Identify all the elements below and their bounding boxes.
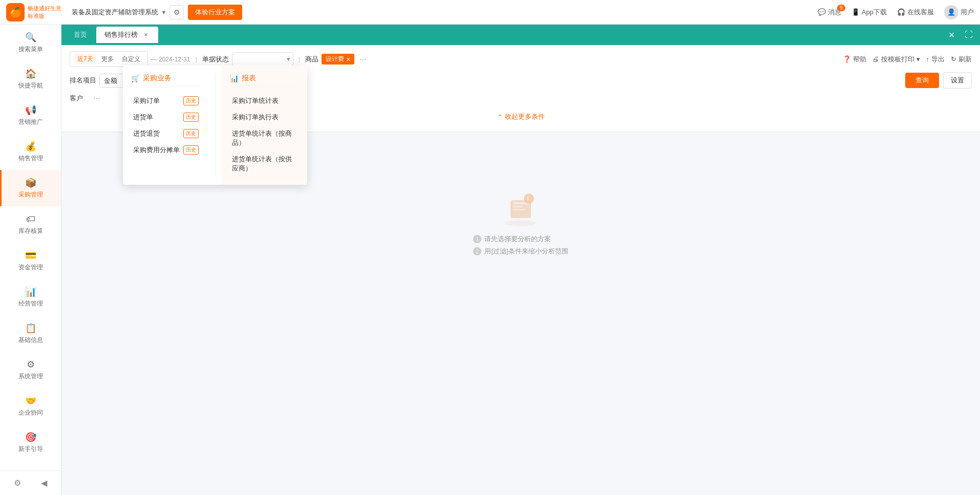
online-service-btn[interactable]: 🎧 在线客服 (897, 8, 934, 17)
app-download-btn[interactable]: 📱 App下载 (851, 8, 887, 17)
purchase-col-icon: 🛒 (131, 74, 140, 82)
reports-col: 📊 报表 采购订单统计表 采购订单执行表 进货单统计表（按商品） 进货单统计表（… (222, 66, 308, 185)
sidebar-item-system[interactable]: ⚙ 系统管理 (0, 352, 61, 388)
print-icon: 🖨 (872, 55, 879, 63)
sidebar-item-label: 采购管理 (18, 190, 43, 199)
customer-label: 客户 (70, 94, 83, 103)
marketing-icon: 📢 (25, 104, 36, 116)
sidebar-item-label: 新手引导 (18, 445, 43, 454)
sidebar: 🔍 搜索菜单 🏠 快捷导航 📢 营销推广 💰 销售管理 📦 采购管理 🏷 库存核… (0, 25, 61, 495)
system-name: 装备及固定资产辅助管理系统 (72, 8, 158, 17)
date-option-more[interactable]: 更多 (98, 54, 117, 64)
purchase-dropdown-menu: 🛒 采购业务 采购订单 历史 进货单 历史 进货退货 历史 (123, 66, 307, 185)
sidebar-item-guide[interactable]: 🎯 新手引导 (0, 424, 61, 461)
goods-stats-by-product-item[interactable]: 进货单统计表（按商品） (230, 125, 300, 151)
purchase-cost-item[interactable]: 采购费用分摊单 历史 (131, 142, 201, 158)
sidebar-item-label: 营销推广 (18, 118, 43, 126)
message-btn[interactable]: 💬 消息 9 (818, 8, 841, 17)
doc-status-select[interactable] (232, 52, 293, 66)
hint-item-2: 2 用[过滤]条件来缩小分析范围 (473, 247, 568, 256)
tab-sales-ranking[interactable]: 销售排行榜 × (96, 27, 158, 43)
date-option-7days[interactable]: 近7天 (74, 54, 96, 64)
sidebar-item-finance[interactable]: 💳 资金管理 (0, 243, 61, 279)
avatar: 👤 (944, 5, 958, 19)
purchase-icon: 📦 (25, 177, 36, 188)
sidebar-item-purchase[interactable]: 📦 采购管理 (0, 170, 61, 206)
purchase-order-exec-item[interactable]: 采购订单执行表 (230, 109, 300, 125)
svg-rect-3 (513, 206, 523, 207)
topbar-settings-btn[interactable]: ⚙ (169, 5, 184, 19)
doc-status-select-wrapper: ▾ (232, 52, 293, 66)
layout: 🔍 搜索菜单 🏠 快捷导航 📢 营销推广 💰 销售管理 📦 采购管理 🏷 库存核… (0, 0, 980, 495)
logo-area: 🍊 畅捷通好生意 标准版 (6, 3, 68, 21)
tab-expand-btn[interactable]: ⛶ (962, 28, 976, 42)
refresh-icon: ↻ (951, 55, 956, 63)
sidebar-item-basic-info[interactable]: 📋 基础信息 (0, 315, 61, 352)
filter-row-toolbar: 近7天 更多 自定义 — 2024-12-31 | 单据状态 ▾ | 商品 (70, 51, 972, 67)
date-option-custom[interactable]: 自定义 (119, 54, 143, 64)
sales-icon: 💰 (25, 141, 36, 152)
sidebar-item-label: 企业协同 (18, 408, 43, 417)
customer-more-btn[interactable]: ··· (91, 94, 102, 103)
message-icon: 💬 (818, 8, 826, 16)
sidebar-item-enterprise[interactable]: 🤝 企业协同 (0, 388, 61, 424)
purchase-order-item[interactable]: 采购订单 历史 (131, 93, 201, 109)
sidebar-bottom: ⚙ ◀ (0, 470, 61, 495)
date-filter-group: 近7天 更多 自定义 (70, 51, 148, 67)
goods-tag-text: 设计费 (326, 55, 344, 63)
goods-tag-remove-btn[interactable]: × (346, 56, 350, 63)
enterprise-icon: 🤝 (25, 395, 36, 406)
sidebar-item-sales[interactable]: 💰 销售管理 (0, 134, 61, 170)
sidebar-item-search[interactable]: 🔍 搜索菜单 (0, 25, 61, 61)
topbar-right: 💬 消息 9 📱 App下载 🎧 在线客服 👤 用户 (818, 5, 974, 19)
tab-home-label: 首页 (74, 30, 87, 39)
history-badge: 历史 (183, 129, 199, 138)
purchase-order-stats-item[interactable]: 采购订单统计表 (230, 93, 300, 109)
goods-label: 商品 (305, 55, 318, 64)
goods-return-item[interactable]: 进货退货 历史 (131, 125, 201, 142)
help-btn[interactable]: ❓ 帮助 (843, 55, 866, 64)
print-dropdown-icon: ▾ (917, 55, 920, 63)
finance-icon: 💳 (25, 250, 36, 261)
sidebar-item-marketing[interactable]: 📢 营销推广 (0, 97, 61, 134)
print-btn[interactable]: 🖨 按模板打印 ▾ (872, 55, 920, 64)
basic-info-icon: 📋 (25, 322, 36, 334)
sidebar-item-label: 搜索菜单 (18, 45, 43, 54)
goods-receipt-item[interactable]: 进货单 历史 (131, 109, 201, 125)
ranking-label: 排名项目 (70, 76, 96, 85)
date-range-end: — 2024-12-31 (151, 56, 190, 63)
refresh-btn[interactable]: ↻ 刷新 (951, 55, 972, 64)
guide-icon: 🎯 (25, 432, 36, 443)
query-btn[interactable]: 查询 (905, 73, 939, 88)
report-col-icon: 📊 (230, 74, 239, 82)
sidebar-item-label: 快捷导航 (18, 81, 43, 90)
settings-btn[interactable]: 设置 (943, 72, 972, 89)
industry-btn[interactable]: 体验行业方案 (188, 5, 242, 20)
sidebar-item-label: 销售管理 (18, 154, 43, 163)
system-dropdown-btn[interactable]: ▾ (162, 9, 165, 16)
phone-icon: 📱 (851, 8, 860, 16)
tab-home[interactable]: 首页 (66, 27, 95, 43)
toolbar-right: ❓ 帮助 🖨 按模板打印 ▾ ↑ 导出 ↻ (843, 55, 972, 64)
sidebar-settings-btn[interactable]: ⚙ (12, 476, 23, 490)
sidebar-item-label: 系统管理 (18, 372, 43, 381)
search-icon: 🔍 (25, 32, 36, 43)
sidebar-item-quick-nav[interactable]: 🏠 快捷导航 (0, 61, 61, 97)
logo-text: 畅捷通好生意 标准版 (28, 5, 61, 19)
user-btn[interactable]: 👤 用户 (944, 5, 974, 19)
tab-close-window-btn[interactable]: ✕ (944, 28, 958, 42)
export-icon: ↑ (926, 55, 930, 63)
svg-text:!: ! (527, 196, 529, 203)
export-btn[interactable]: ↑ 导出 (926, 55, 945, 64)
hint-item-1: 1 请先选择要分析的方案 (473, 234, 568, 244)
reports-col-title: 📊 报表 (230, 74, 300, 87)
empty-hints: 1 请先选择要分析的方案 2 用[过滤]条件来缩小分析范围 (473, 234, 568, 256)
tabs-bar: 首页 销售排行榜 × ✕ ⛶ (61, 25, 980, 45)
goods-more-btn[interactable]: ··· (357, 55, 368, 64)
sidebar-item-operation[interactable]: 📊 经营管理 (0, 279, 61, 315)
main-content: 首页 销售排行榜 × ✕ ⛶ 近7天 更多 (61, 25, 980, 495)
goods-stats-by-supplier-item[interactable]: 进货单统计表（按供应商） (230, 151, 300, 177)
sidebar-collapse-btn[interactable]: ◀ (39, 476, 49, 490)
sidebar-item-inventory[interactable]: 🏷 库存核算 (0, 206, 61, 243)
tab-close-btn[interactable]: × (142, 31, 150, 39)
